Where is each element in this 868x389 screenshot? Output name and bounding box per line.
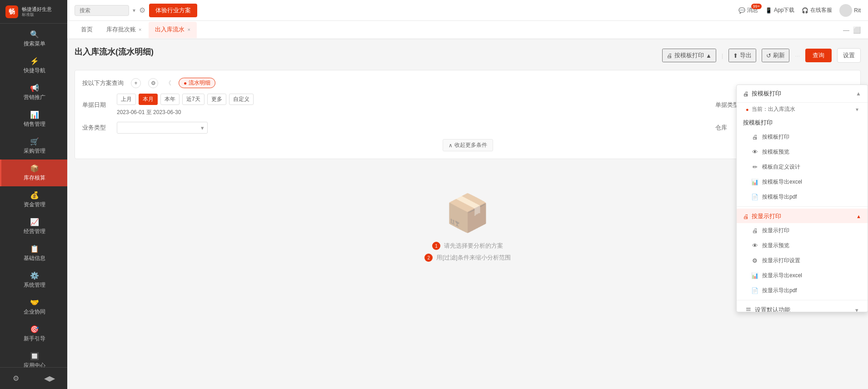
sidebar-item-purchase[interactable]: 🛒采购管理 [0, 133, 67, 160]
template-item-3[interactable]: 📊按模板导出excel [737, 175, 868, 190]
refresh-btn[interactable]: ↺ 刷新 [762, 49, 789, 62]
date-btn-自定义[interactable]: 自定义 [229, 94, 254, 105]
sidebar-item-finance[interactable]: 💰资金管理 [0, 186, 67, 213]
export-btn[interactable]: ⬆ 导出 [728, 49, 756, 62]
settings-icon[interactable]: ⚙ [11, 372, 21, 384]
tab-home[interactable]: 首页 [75, 22, 99, 38]
template-item-1[interactable]: 👁按模板预览 [737, 145, 868, 160]
sidebar-item-sales[interactable]: 📊销售管理 [0, 106, 67, 133]
app-download-btn[interactable]: 📱 App下载 [765, 6, 794, 14]
app-download-label: App下载 [774, 6, 794, 14]
export-icon: ⬆ [733, 52, 738, 59]
topbar-left: ▾ ⚙ 体验行业方案 [75, 4, 738, 17]
sidebar-item-basics[interactable]: 📋基础信息 [0, 240, 67, 267]
item-icon: 📊 [751, 272, 758, 279]
maximize-icon[interactable]: ⬜ [853, 26, 861, 34]
date-btn-上月[interactable]: 上月 [117, 94, 136, 105]
display-item-3[interactable]: 📊按显示导出excel [737, 268, 868, 283]
date-btn-更多[interactable]: 更多 [207, 94, 226, 105]
sidebar-item-marketing[interactable]: 📢营销推广 [0, 79, 67, 106]
display-print-icon: 🖨 [743, 213, 749, 220]
item-label: 模板自定义设计 [762, 163, 800, 171]
query-btn[interactable]: 查询 [805, 49, 832, 62]
item-label: 按显示打印设置 [762, 257, 800, 264]
template-section-label: 按模板打印 [743, 119, 773, 127]
sidebar-item-apps[interactable]: 🔲应用中心 [0, 347, 67, 367]
industry-btn[interactable]: 体验行业方案 [149, 4, 197, 17]
sidebar-item-label: 系统管理 [24, 281, 45, 289]
sidebar-item-inventory[interactable]: 📦库存核算 [0, 160, 67, 186]
user-menu[interactable]: Rit [839, 4, 861, 17]
template-print-btn[interactable]: 🖨 按模板打印 ▲ [662, 49, 716, 62]
filter-settings-btn[interactable]: ⚙ [148, 78, 158, 88]
refresh-label: 刷新 [773, 51, 785, 60]
date-btn-本月[interactable]: 本月 [139, 94, 158, 105]
tab-close-icon[interactable]: × [139, 27, 141, 32]
display-section-chevron-up-icon[interactable]: ▲ [856, 214, 861, 219]
sidebar-item-enterprise[interactable]: 🤝企业协同 [0, 294, 67, 320]
message-btn[interactable]: 💬 消息 99+ [738, 6, 758, 14]
item-label: 按模板预览 [762, 148, 789, 156]
tab-label: 首页 [81, 25, 93, 34]
divider [737, 206, 868, 207]
step-2-num: 2 [424, 254, 433, 262]
set-default-label: 设置默认功能 [755, 306, 790, 312]
export-label: 导出 [740, 51, 752, 60]
display-section-label: 按显示打印 [752, 212, 781, 220]
refresh-icon: ↺ [766, 52, 771, 59]
dropdown-chevron-up-icon[interactable]: ▲ [856, 90, 861, 97]
dropdown-arrow-icon[interactable]: ▾ [133, 7, 135, 14]
apps-icon: 🔲 [30, 352, 39, 360]
search-input[interactable] [75, 5, 129, 16]
template-item-0[interactable]: 🖨按模板打印 [737, 130, 868, 145]
item-icon: ⚙ [751, 257, 758, 264]
finance-icon: 💰 [30, 191, 39, 199]
date-options: 上月本月本年近7天更多自定义 2023-06-01 至 2023-06-30 [117, 94, 254, 116]
collapse-sidebar-icon[interactable]: ◀▶ [42, 372, 57, 384]
biz-type-select[interactable] [117, 122, 208, 134]
display-item-0[interactable]: 🖨按显示打印 [737, 223, 868, 238]
tab-flow[interactable]: 出入库流水× [149, 22, 196, 38]
biz-type-label: 业务类型 [82, 124, 110, 132]
display-item-4[interactable]: 📄按显示导出pdf [737, 283, 868, 298]
current-left: ● 当前：出入库流水 [746, 105, 795, 113]
settings-btn[interactable]: 设置 [837, 48, 861, 63]
date-btn-本年[interactable]: 本年 [160, 94, 180, 105]
display-item-1[interactable]: 👁按显示预览 [737, 238, 868, 253]
logo-icon: 畅 [5, 5, 18, 18]
online-service-btn[interactable]: 🎧 在线客服 [802, 6, 832, 14]
sidebar-item-search[interactable]: 🔍搜索菜单 [0, 25, 67, 52]
sidebar-item-newbie[interactable]: 🎯新手引导 [0, 320, 67, 347]
sidebar-item-label: 搜索菜单 [24, 40, 45, 48]
item-icon: 📊 [751, 179, 758, 186]
filter-tag[interactable]: ● 流水明细 [179, 78, 215, 88]
dropdown-header-left: 🖨 按模板打印 [743, 90, 781, 98]
sidebar-item-operations[interactable]: 📈经营管理 [0, 213, 67, 240]
template-print-label: 按模板打印 [674, 51, 704, 60]
display-item-2[interactable]: ⚙按显示打印设置 [737, 253, 868, 268]
template-item-4[interactable]: 📄按模板导出pdf [737, 190, 868, 204]
sidebar-item-quicknav[interactable]: ⚡快捷导航 [0, 52, 67, 79]
sidebar-item-system[interactable]: ⚙️系统管理 [0, 267, 67, 294]
set-default-item[interactable]: ☰ 设置默认功能 ▾ [737, 302, 868, 312]
sidebar-item-label: 新手引导 [24, 335, 45, 343]
sidebar-item-label: 库存核算 [24, 174, 45, 182]
tab-close-icon[interactable]: × [187, 27, 190, 32]
item-icon: 🖨 [751, 134, 758, 141]
tab-batch[interactable]: 库存批次账× [100, 22, 148, 38]
basics-icon: 📋 [30, 244, 39, 253]
add-filter-btn[interactable]: + [131, 78, 141, 88]
item-label: 按显示预览 [762, 242, 789, 249]
gear-icon[interactable]: ⚙ [139, 6, 145, 15]
sidebar-item-label: 企业协同 [24, 308, 45, 316]
date-btn-近7天[interactable]: 近7天 [182, 94, 205, 105]
print-icon: 🖨 [667, 52, 673, 59]
empty-icon: 📦 [445, 192, 490, 234]
current-arrow-icon: ▾ [856, 106, 858, 113]
dropdown-current-item: ● 当前：出入库流水 ▾ [737, 103, 868, 116]
avatar [839, 4, 852, 17]
collapse-btn[interactable]: ∧ 收起更多条件 [443, 139, 493, 151]
template-item-2[interactable]: ✏模板自定义设计 [737, 160, 868, 175]
item-icon: 📄 [751, 287, 758, 294]
minimize-icon[interactable]: — [843, 26, 849, 34]
